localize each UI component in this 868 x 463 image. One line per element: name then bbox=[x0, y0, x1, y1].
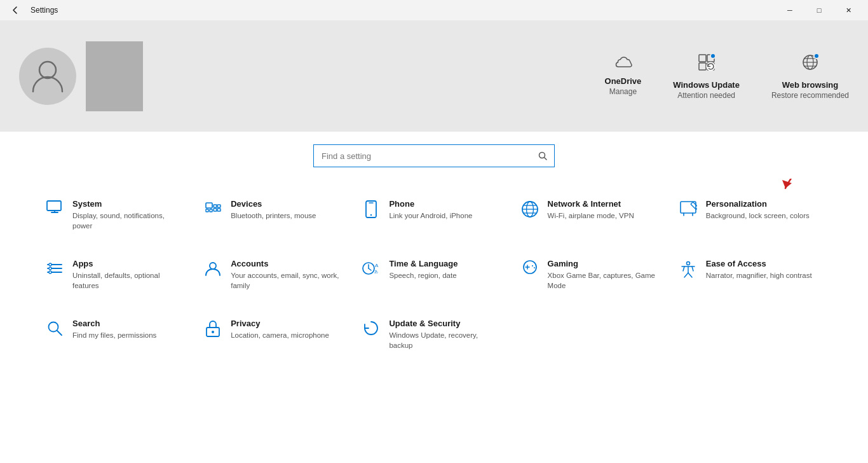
svg-point-50 bbox=[534, 267, 535, 268]
personalization-desc: Background, lock screen, colors bbox=[706, 211, 810, 221]
profile-header: OneDrive Manage Windows Update Attent bbox=[0, 20, 868, 132]
avatar bbox=[19, 48, 76, 105]
update-security-icon bbox=[362, 320, 380, 340]
settings-item-update-security[interactable]: Update & Security Windows Update, recove… bbox=[355, 305, 513, 364]
titlebar: Settings ─ □ ✕ bbox=[0, 0, 868, 20]
back-button[interactable] bbox=[8, 3, 23, 18]
svg-rect-21 bbox=[214, 209, 217, 211]
privacy-icon bbox=[204, 320, 222, 342]
svg-point-51 bbox=[686, 262, 689, 265]
phone-title: Phone bbox=[389, 199, 472, 209]
accounts-desc: Your accounts, email, sync, work, family bbox=[231, 270, 344, 291]
settings-item-accounts[interactable]: Accounts Your accounts, email, sync, wor… bbox=[196, 245, 355, 305]
svg-rect-19 bbox=[214, 205, 217, 207]
svg-point-49 bbox=[532, 265, 533, 266]
apps-icon bbox=[46, 260, 64, 280]
devices-title: Devices bbox=[231, 199, 316, 209]
svg-rect-16 bbox=[206, 203, 212, 208]
svg-point-0 bbox=[39, 62, 56, 78]
svg-text:あ: あ bbox=[374, 270, 378, 274]
system-icon bbox=[46, 200, 64, 218]
search-box bbox=[313, 144, 555, 167]
settings-item-ease-of-access[interactable]: Ease of Access Narrator, magnifier, high… bbox=[672, 245, 830, 305]
web-browsing-badge bbox=[813, 53, 820, 59]
settings-item-network[interactable]: Network & Internet Wi-Fi, airplane mode,… bbox=[513, 185, 672, 245]
svg-rect-13 bbox=[47, 201, 61, 211]
ease-of-access-title: Ease of Access bbox=[706, 259, 812, 268]
svg-point-38 bbox=[49, 267, 51, 270]
search-input[interactable] bbox=[314, 151, 531, 161]
system-desc: Display, sound, notifications, power bbox=[72, 211, 186, 231]
time-language-desc: Speech, region, date bbox=[389, 270, 458, 280]
devices-desc: Bluetooth, printers, mouse bbox=[231, 211, 316, 221]
personalization-title: Personalization bbox=[706, 199, 810, 209]
windows-update-subtitle: Attention needed bbox=[677, 91, 735, 100]
svg-rect-22 bbox=[217, 209, 220, 211]
update-badge bbox=[710, 53, 716, 59]
phone-desc: Link your Android, iPhone bbox=[389, 211, 472, 221]
phone-icon bbox=[362, 200, 380, 222]
onedrive-title: OneDrive bbox=[605, 76, 642, 86]
accounts-icon bbox=[204, 260, 222, 280]
ease-of-access-icon bbox=[679, 260, 697, 282]
svg-point-55 bbox=[212, 331, 214, 333]
devices-icon bbox=[204, 200, 222, 221]
maximize-button[interactable]: □ bbox=[804, 0, 834, 20]
search-settings-desc: Find my files, permissions bbox=[72, 330, 156, 340]
close-button[interactable]: ✕ bbox=[834, 0, 863, 20]
network-title: Network & Internet bbox=[548, 199, 634, 209]
quick-action-onedrive[interactable]: OneDrive Manage bbox=[605, 53, 642, 96]
time-language-title: Time & Language bbox=[389, 259, 458, 268]
quick-actions: OneDrive Manage Windows Update Attent bbox=[605, 53, 849, 100]
settings-item-time-language[interactable]: A あ Time & Language Speech, region, date bbox=[355, 245, 513, 305]
onedrive-icon bbox=[613, 53, 632, 73]
window-controls: ─ □ ✕ bbox=[775, 0, 863, 20]
svg-line-43 bbox=[369, 268, 371, 270]
update-security-title: Update & Security bbox=[389, 319, 503, 328]
svg-text:A: A bbox=[375, 263, 379, 268]
settings-item-search[interactable]: Search Find my files, permissions bbox=[38, 305, 196, 364]
svg-point-37 bbox=[49, 263, 51, 266]
svg-point-52 bbox=[49, 322, 58, 332]
settings-item-devices[interactable]: Devices Bluetooth, printers, mouse bbox=[196, 185, 355, 245]
svg-point-39 bbox=[49, 271, 51, 273]
time-language-icon: A あ bbox=[362, 260, 380, 280]
web-browsing-icon bbox=[801, 53, 820, 76]
search-settings-icon bbox=[46, 320, 64, 340]
quick-action-windows-update[interactable]: Windows Update Attention needed bbox=[673, 53, 740, 100]
app-title: Settings bbox=[31, 6, 58, 15]
onedrive-subtitle: Manage bbox=[609, 87, 637, 96]
svg-rect-1 bbox=[699, 55, 706, 62]
settings-main: System Display, sound, notifications, po… bbox=[0, 179, 868, 463]
minimize-button[interactable]: ─ bbox=[775, 0, 804, 20]
svg-point-24 bbox=[370, 214, 372, 216]
quick-action-web-browsing[interactable]: Web browsing Restore recommended bbox=[771, 53, 849, 100]
windows-update-title: Windows Update bbox=[673, 80, 740, 90]
svg-point-40 bbox=[210, 263, 216, 269]
svg-line-53 bbox=[57, 331, 62, 335]
apps-desc: Uninstall, defaults, optional features bbox=[72, 270, 186, 291]
network-desc: Wi-Fi, airplane mode, VPN bbox=[548, 211, 634, 221]
settings-grid: System Display, sound, notifications, po… bbox=[38, 185, 830, 365]
settings-item-personalization[interactable]: Personalization Background, lock screen,… bbox=[672, 185, 830, 245]
gaming-icon bbox=[521, 260, 539, 278]
web-browsing-title: Web browsing bbox=[782, 80, 839, 90]
settings-item-system[interactable]: System Display, sound, notifications, po… bbox=[38, 185, 196, 245]
svg-line-12 bbox=[545, 158, 547, 160]
svg-rect-18 bbox=[210, 209, 212, 212]
profile-image bbox=[86, 41, 143, 111]
web-browsing-subtitle: Restore recommended bbox=[771, 91, 849, 100]
network-icon bbox=[521, 200, 539, 222]
apps-title: Apps bbox=[72, 259, 186, 268]
gaming-desc: Xbox Game Bar, captures, Game Mode bbox=[548, 270, 661, 291]
settings-item-privacy[interactable]: Privacy Location, camera, microphone bbox=[196, 305, 355, 364]
system-title: System bbox=[72, 199, 186, 209]
privacy-desc: Location, camera, microphone bbox=[231, 330, 329, 340]
titlebar-left: Settings bbox=[8, 3, 58, 18]
settings-item-phone[interactable]: Phone Link your Android, iPhone bbox=[355, 185, 513, 245]
search-button[interactable] bbox=[531, 144, 554, 167]
svg-marker-31 bbox=[782, 180, 792, 188]
settings-item-apps[interactable]: Apps Uninstall, defaults, optional featu… bbox=[38, 245, 196, 305]
svg-rect-20 bbox=[217, 205, 220, 207]
settings-item-gaming[interactable]: Gaming Xbox Game Bar, captures, Game Mod… bbox=[513, 245, 672, 305]
